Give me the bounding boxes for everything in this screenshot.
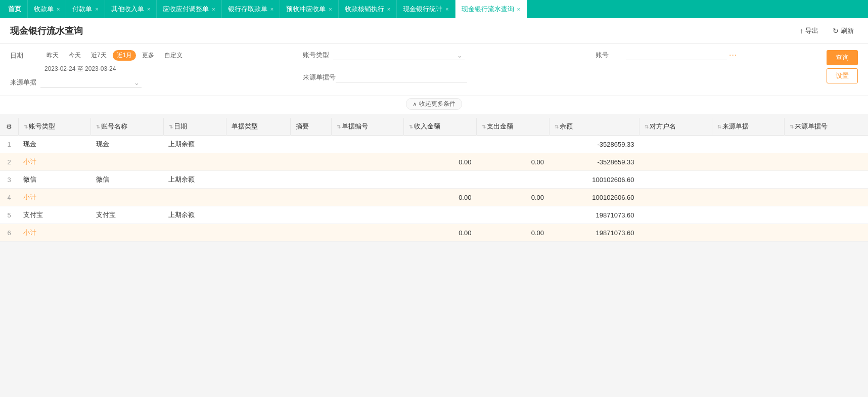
refresh-button[interactable]: ↻ 刷新: [829, 24, 858, 37]
more-options-btn[interactable]: ···: [729, 51, 737, 60]
data-table-container: ⚙ ⇅账号类型 ⇅账号名称 ⇅日期 单据类型 摘要 ⇅单据编号 ⇅收入金额 ⇅支…: [0, 118, 868, 242]
nav-tab-xianjintongji[interactable]: 现金银行统计 ×: [397, 0, 455, 18]
col-income[interactable]: ⇅收入金额: [404, 118, 477, 136]
nav-tab-yingshouyinfu[interactable]: 应收应付调整单 ×: [157, 0, 221, 18]
col-settings[interactable]: ⚙: [0, 118, 18, 136]
expense-cell: 0.00: [476, 224, 549, 242]
close-icon[interactable]: ×: [329, 6, 332, 12]
summary-cell: [290, 189, 331, 206]
source-doc-cell: [712, 153, 785, 171]
counterparty-cell: [639, 153, 712, 171]
close-icon[interactable]: ×: [95, 6, 98, 12]
account-filter-row: 账号 ···: [596, 50, 820, 60]
page-header: 现金银行流水查询 ↑ 导出 ↻ 刷新: [0, 18, 868, 44]
source-doc-cell: [712, 206, 785, 224]
close-icon[interactable]: ×: [57, 6, 60, 12]
col-balance[interactable]: ⇅余额: [549, 118, 639, 136]
counterparty-cell: [639, 189, 712, 206]
col-account-type[interactable]: ⇅账号类型: [18, 118, 91, 136]
account-type-cell: 支付宝: [18, 206, 91, 224]
collapse-bar: ∧ 收起更多条件: [0, 96, 868, 114]
date-btn-yesterday[interactable]: 昨天: [42, 50, 63, 61]
counterparty-cell: [639, 206, 712, 224]
nav-tab-shoukuanhexiao[interactable]: 收款核销执行 ×: [339, 0, 397, 18]
doc-type-cell: [226, 189, 290, 206]
col-counterparty[interactable]: ⇅对方户名: [639, 118, 712, 136]
col-doc-no[interactable]: ⇅单据编号: [331, 118, 404, 136]
nav-tab-qitashouru[interactable]: 其他收入单 ×: [105, 0, 157, 18]
balance-cell: 100102606.60: [549, 189, 639, 206]
table-row[interactable]: 1现金现金上期余额-3528659.33: [0, 136, 868, 153]
account-type-select[interactable]: [333, 50, 465, 60]
expense-cell: [476, 136, 549, 153]
counterparty-cell: [639, 224, 712, 242]
table-row[interactable]: 4小计0.000.00100102606.60: [0, 189, 868, 206]
table-row[interactable]: 3微信微信上期余额100102606.60: [0, 171, 868, 189]
source-doc-select[interactable]: [40, 77, 142, 87]
close-icon[interactable]: ×: [517, 6, 520, 12]
close-icon[interactable]: ×: [445, 6, 448, 12]
date-range-display: 2023-02-24 至 2023-03-24: [44, 65, 116, 72]
col-date[interactable]: ⇅日期: [163, 118, 226, 136]
col-account-name[interactable]: ⇅账号名称: [91, 118, 164, 136]
nav-tab-liushui[interactable]: 现金银行流水查询 ×: [455, 0, 527, 18]
header-actions: ↑ 导出 ↻ 刷新: [796, 24, 858, 37]
date-btn-today[interactable]: 今天: [65, 50, 85, 61]
source-doc-select-wrapper: [40, 77, 142, 87]
date-cell: [163, 224, 226, 242]
close-icon[interactable]: ×: [212, 6, 215, 12]
date-cell: [163, 153, 226, 171]
doc-no-cell: [331, 206, 404, 224]
source-doc-cell: [712, 171, 785, 189]
table-row[interactable]: 2小计0.000.00-3528659.33: [0, 153, 868, 171]
account-type-select-wrapper: [333, 50, 465, 60]
summary-cell: [290, 171, 331, 189]
query-button[interactable]: 查询: [827, 50, 858, 65]
source-doc-no-filter-row: 来源单据号: [303, 72, 565, 82]
nav-tab-yinhangcunqu[interactable]: 银行存取款单 ×: [222, 0, 280, 18]
account-type-cell: 小计: [18, 153, 91, 171]
nav-tab-shoukuandan[interactable]: 收款单 ×: [28, 0, 66, 18]
collapse-conditions-button[interactable]: ∧ 收起更多条件: [406, 98, 462, 110]
balance-cell: 100102606.60: [549, 171, 639, 189]
col-expense[interactable]: ⇅支出金额: [476, 118, 549, 136]
row-index: 4: [0, 189, 18, 206]
date-btn-1month[interactable]: 近1月: [113, 50, 136, 61]
right-btns: 查询 设置: [827, 50, 858, 83]
balance-cell: 19871073.60: [549, 206, 639, 224]
date-cell: 上期余额: [163, 171, 226, 189]
expense-cell: 0.00: [476, 153, 549, 171]
date-btn-7days[interactable]: 近7天: [87, 50, 111, 61]
date-btn-custom[interactable]: 自定义: [160, 50, 187, 61]
source-doc-no-label: 来源单据号: [303, 73, 336, 82]
account-name-cell: [91, 189, 164, 206]
col-summary[interactable]: 摘要: [290, 118, 331, 136]
filter-area: 日期 昨天 今天 近7天 近1月 更多 自定义 2023-02-24 至 202…: [0, 44, 868, 96]
close-icon[interactable]: ×: [270, 6, 273, 12]
source-doc-no-cell: [785, 153, 868, 171]
source-doc-no-input[interactable]: [336, 72, 467, 82]
account-input[interactable]: [626, 50, 727, 60]
income-cell: [404, 136, 477, 153]
nav-tab-yushouzhong[interactable]: 预收冲应收单 ×: [280, 0, 338, 18]
data-table: ⚙ ⇅账号类型 ⇅账号名称 ⇅日期 单据类型 摘要 ⇅单据编号 ⇅收入金额 ⇅支…: [0, 118, 868, 242]
row-index: 3: [0, 171, 18, 189]
date-label: 日期: [10, 51, 40, 60]
col-doc-type[interactable]: 单据类型: [226, 118, 290, 136]
doc-type-cell: [226, 153, 290, 171]
doc-type-cell: [226, 136, 290, 153]
close-icon[interactable]: ×: [387, 6, 390, 12]
col-source-doc-no[interactable]: ⇅来源单据号: [785, 118, 868, 136]
export-button[interactable]: ↑ 导出: [796, 24, 823, 37]
settings-button[interactable]: 设置: [827, 68, 858, 83]
top-nav: 首页 收款单 × 付款单 × 其他收入单 × 应收应付调整单 × 银行存取款单 …: [0, 0, 868, 18]
date-filter-row: 日期 昨天 今天 近7天 近1月 更多 自定义: [10, 50, 272, 61]
date-btn-more[interactable]: 更多: [138, 50, 158, 61]
nav-tab-fukuandan[interactable]: 付款单 ×: [66, 0, 105, 18]
counterparty-cell: [639, 136, 712, 153]
table-row[interactable]: 6小计0.000.0019871073.60: [0, 224, 868, 242]
table-row[interactable]: 5支付宝支付宝上期余额19871073.60: [0, 206, 868, 224]
nav-home[interactable]: 首页: [2, 0, 28, 18]
col-source-doc[interactable]: ⇅来源单据: [712, 118, 785, 136]
close-icon[interactable]: ×: [147, 6, 150, 12]
